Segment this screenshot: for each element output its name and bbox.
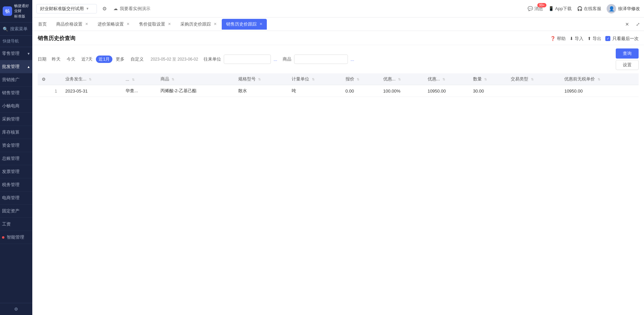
tab-close-icon[interactable]: ✕ <box>168 22 171 26</box>
date-yesterday-button[interactable]: 昨天 <box>49 56 63 63</box>
table-cell-gear <box>38 85 50 97</box>
table-col-product[interactable]: 商品 ⇅ <box>157 73 235 85</box>
topbar: 好业财标准版交付试用 ▼ ⚙ ☁ 我要看实例演示 💬 消息 99+ 📱 App下… <box>32 0 644 18</box>
sidebar-item-ecommerce[interactable]: 电商管理 <box>0 191 32 205</box>
content-area: 销售历史价查询 ❓ 帮助 ⬇ 导入 ⬆ 导出 ✓ 只看最后一次 <box>32 31 644 315</box>
topbar-demo-button[interactable]: ☁ 我要看实例演示 <box>113 6 150 12</box>
sidebar-item-finance[interactable]: 资金管理 <box>0 139 32 152</box>
tab-label: 销售历史价跟踪 <box>226 21 257 27</box>
sidebar-item-label: 总账管理 <box>2 155 20 162</box>
table-col-more[interactable]: ... ⇅ <box>122 73 157 85</box>
source-unit-more-button[interactable]: ... <box>274 57 277 62</box>
sidebar-settings-button[interactable]: ⚙ <box>0 303 32 315</box>
help-button[interactable]: ❓ 帮助 <box>550 36 566 42</box>
product-input[interactable] <box>294 55 348 64</box>
gear-icon: ⚙ <box>102 6 107 11</box>
tab-purchase-history[interactable]: 采购历史价跟踪 ✕ <box>176 19 221 30</box>
sidebar-item-sales[interactable]: 销售管理 <box>0 86 32 100</box>
table-col-unit[interactable]: 计量单位 ⇅ <box>288 73 342 85</box>
topbar-selector[interactable]: 好业财标准版交付试用 ▼ <box>36 4 97 13</box>
query-button[interactable]: 查询 <box>616 48 639 59</box>
only-last-checkbox[interactable]: ✓ 只看最后一次 <box>605 36 639 42</box>
tab-sale-history[interactable]: 销售历史价跟踪 ✕ <box>222 19 267 30</box>
tabbar-expand-button[interactable]: ⤢ <box>633 20 643 29</box>
date-7days-button[interactable]: 近7天 <box>79 56 95 63</box>
sidebar-item-marketing[interactable]: 营销推广 <box>0 73 32 86</box>
sidebar-item-retail[interactable]: 零售管理 ▼ <box>0 47 32 60</box>
sidebar-item-label: 营销推广 <box>2 77 20 83</box>
date-more-button[interactable]: 更多 <box>113 56 127 63</box>
sort-icon: ⇅ <box>132 78 135 81</box>
sidebar-item-wholesale[interactable]: 批发管理 ▲ <box>0 60 32 73</box>
table-cell-qty: 30.00 <box>470 85 507 97</box>
sidebar-item-xiaochang[interactable]: 小畅电商 <box>0 100 32 113</box>
filter-settings-button[interactable]: 设置 <box>616 60 639 70</box>
tab-price[interactable]: 商品价格设置 ✕ <box>52 19 93 30</box>
table-col-pretax-price[interactable]: 优惠前无税单价 ⇅ <box>561 73 639 85</box>
sidebar-item-label: 零售管理 <box>2 50 20 57</box>
product-more-button[interactable]: ... <box>351 57 354 62</box>
tab-close-icon[interactable]: ✕ <box>259 22 262 26</box>
date-options: 昨天 今天 近7天 近1月 更多 自定义 <box>49 56 146 63</box>
topbar-gear-button[interactable]: ⚙ <box>100 4 109 13</box>
table-col-tx-type[interactable]: 交易类型 ⇅ <box>507 73 561 85</box>
topbar-message-button[interactable]: 💬 消息 99+ <box>528 6 543 12</box>
sidebar-item-purchase[interactable]: 采购管理 <box>0 113 32 126</box>
product-label: 商品 <box>283 56 291 62</box>
tabbar-close-button[interactable]: ✕ <box>622 20 632 29</box>
tab-sale-extract[interactable]: 售价提取设置 ✕ <box>135 19 175 30</box>
tab-label: 售价提取设置 <box>139 21 165 27</box>
sidebar-item-invoice[interactable]: 发票管理 <box>0 165 32 178</box>
sidebar-quicknav[interactable]: 快捷导航 <box>0 36 32 47</box>
page-actions: ❓ 帮助 ⬇ 导入 ⬆ 导出 ✓ 只看最后一次 <box>550 36 639 42</box>
tab-purchase-strategy[interactable]: 进价策略设置 ✕ <box>93 19 134 30</box>
date-today-button[interactable]: 今天 <box>64 56 78 63</box>
sort-icon: ⇅ <box>598 77 600 81</box>
table-cell-company: 华查... <box>122 85 157 97</box>
tab-close-icon[interactable]: ✕ <box>127 22 130 26</box>
date-filter-group: 日期 昨天 今天 近7天 近1月 更多 自定义 2023-05-02 至 202… <box>38 56 198 63</box>
sidebar-item-label: 库存核算 <box>2 129 20 135</box>
date-custom-button[interactable]: 自定义 <box>128 56 146 63</box>
table-cell-tx-type <box>507 85 561 97</box>
sidebar-item-inventory[interactable]: 库存核算 <box>0 126 32 139</box>
table-col-qty[interactable]: 数量 ⇅ <box>470 73 507 85</box>
source-unit-input[interactable] <box>224 55 271 64</box>
data-table: ⚙ 业务发生... ⇅ ... ⇅ 商品 ⇅ <box>38 73 639 97</box>
table-col-price[interactable]: 报价 ⇅ <box>342 73 380 85</box>
table-col-spec[interactable]: 规格型号 ⇅ <box>235 73 288 85</box>
sort-icon: ⇅ <box>484 77 487 81</box>
table-col-biz-date[interactable]: 业务发生... ⇅ <box>62 73 122 85</box>
export-button[interactable]: ⬆ 导出 <box>587 36 601 42</box>
sidebar-item-smart[interactable]: 智能管理 <box>0 231 32 244</box>
sidebar-item-label: 批发管理 <box>2 64 20 70</box>
topbar-service-button[interactable]: 🎧 在线客服 <box>577 6 601 12</box>
sidebar: 畅 畅捷通好业财 标准版 🔍 搜索菜单 快捷导航 零售管理 ▼ 批发管理 ▲ 营… <box>0 0 32 315</box>
topbar-app-download-button[interactable]: 📱 App下载 <box>548 6 572 12</box>
tabbar-actions: ✕ ⤢ <box>622 20 643 29</box>
sidebar-search[interactable]: 🔍 搜索菜单 <box>0 23 32 36</box>
tab-close-icon[interactable]: ✕ <box>85 22 88 26</box>
sidebar-item-assets[interactable]: 固定资产 <box>0 205 32 218</box>
table-container: ⚙ 业务发生... ⇅ ... ⇅ 商品 ⇅ <box>32 73 644 315</box>
sidebar-item-ledger[interactable]: 总账管理 <box>0 152 32 165</box>
table-col-gear[interactable]: ⚙ <box>38 73 50 85</box>
sidebar-item-payroll[interactable]: 工资 <box>0 218 32 231</box>
chevron-down-icon: ▼ <box>86 7 89 10</box>
date-1month-button[interactable]: 近1月 <box>96 56 112 63</box>
sidebar-item-label: 智能管理 <box>7 234 24 240</box>
filter-btn-group: 查询 设置 <box>616 48 639 70</box>
sidebar-item-label: 税务管理 <box>2 182 20 188</box>
import-button[interactable]: ⬇ 导入 <box>570 36 583 42</box>
phone-icon: 📱 <box>548 6 554 11</box>
table-cell-price: 0.00 <box>342 85 380 97</box>
sort-icon: ⇅ <box>442 77 445 81</box>
table-col-discount-amt[interactable]: 优惠... ⇅ <box>424 73 470 85</box>
chevron-down-icon: ▼ <box>27 52 30 56</box>
tab-close-icon[interactable]: ✕ <box>214 22 217 26</box>
tab-home[interactable]: 首页 <box>34 19 51 30</box>
main-area: 好业财标准版交付试用 ▼ ⚙ ☁ 我要看实例演示 💬 消息 99+ 📱 App下… <box>32 0 644 315</box>
topbar-user-button[interactable]: 👤 徐泽华修改 <box>607 4 640 13</box>
table-col-discount-pct[interactable]: 优惠... ⇅ <box>380 73 424 85</box>
sidebar-item-tax[interactable]: 税务管理 <box>0 178 32 191</box>
